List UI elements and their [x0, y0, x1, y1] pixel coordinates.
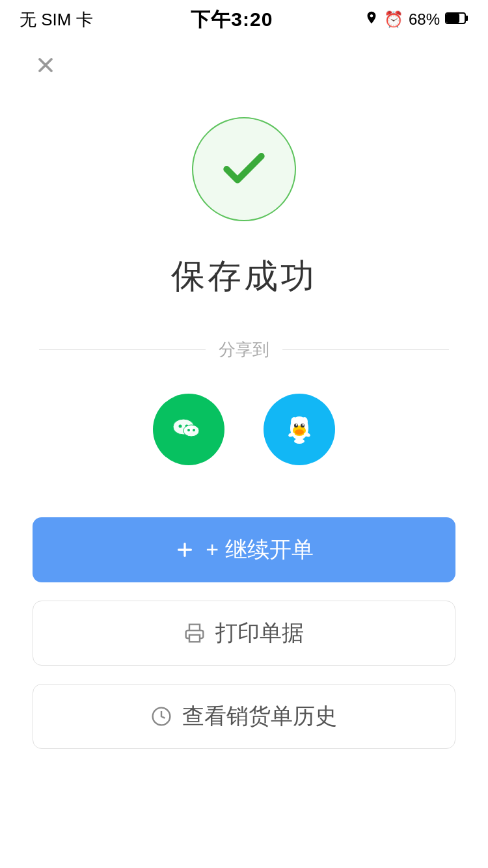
actions: + 继续开单 打印单据 查看销货单历史 [0, 517, 488, 749]
status-time: 下午3:20 [191, 7, 273, 33]
svg-point-18 [294, 424, 298, 427]
history-label: 查看销货单历史 [182, 701, 337, 731]
print-label: 打印单据 [215, 618, 304, 648]
location-icon [364, 10, 379, 29]
svg-rect-28 [189, 635, 200, 642]
print-button[interactable]: 打印单据 [33, 601, 455, 666]
share-section: 分享到 [0, 338, 488, 361]
alarm-icon: ⏰ [384, 10, 403, 29]
svg-rect-3 [446, 14, 459, 23]
svg-rect-2 [465, 16, 468, 21]
continue-label: + 继续开单 [206, 535, 313, 565]
svg-point-22 [295, 429, 304, 435]
status-bar: 无 SIM 卡 下午3:20 ⏰ 68% [0, 0, 488, 39]
success-title: 保存成功 [171, 254, 317, 299]
success-circle [192, 117, 296, 221]
svg-point-8 [179, 425, 182, 428]
svg-point-19 [301, 424, 305, 427]
share-label: 分享到 [39, 338, 449, 361]
battery-label: 68% [409, 10, 440, 29]
sim-label: 无 SIM 卡 [20, 8, 93, 31]
main-content: 保存成功 分享到 [0, 39, 488, 749]
share-icons [153, 394, 335, 465]
qq-share-button[interactable] [264, 394, 335, 465]
svg-point-12 [187, 429, 190, 431]
svg-point-21 [303, 424, 304, 426]
status-left: 无 SIM 卡 [20, 8, 100, 31]
history-button[interactable]: 查看销货单历史 [33, 684, 455, 749]
svg-point-20 [296, 424, 297, 426]
close-button[interactable] [26, 46, 65, 85]
svg-point-13 [193, 429, 195, 431]
svg-point-25 [294, 439, 305, 444]
battery-icon [445, 10, 468, 29]
wechat-share-button[interactable] [153, 394, 224, 465]
status-right: ⏰ 68% [364, 10, 468, 29]
continue-button[interactable]: + 继续开单 [33, 517, 455, 582]
